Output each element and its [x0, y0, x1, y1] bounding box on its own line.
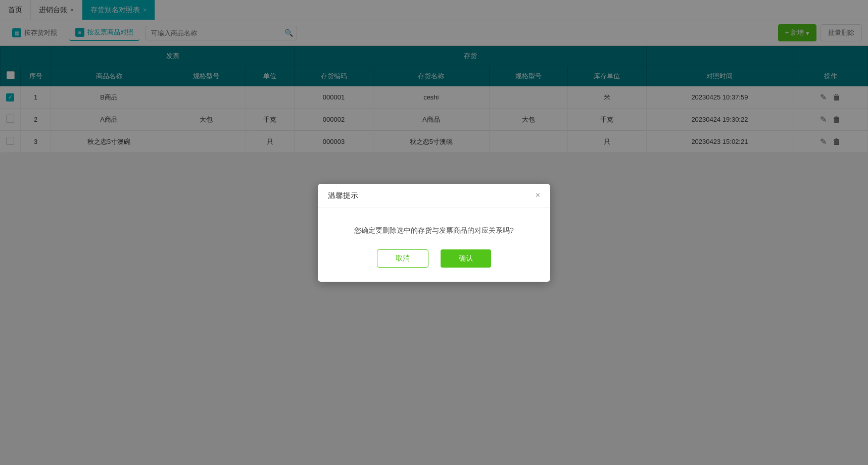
confirm-overlay: 温馨提示 × 您确定要删除选中的存货与发票商品的对应关系吗? 取消 确认 [0, 0, 868, 153]
